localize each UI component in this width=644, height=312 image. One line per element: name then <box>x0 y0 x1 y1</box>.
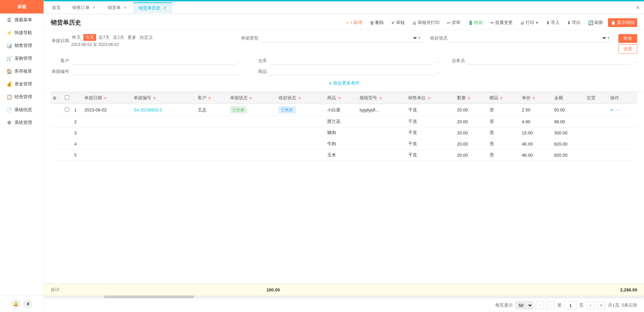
doc-no-input[interactable] <box>71 68 242 75</box>
audit-print-button[interactable]: 🖨 审核并打印 <box>410 18 442 27</box>
collect-button[interactable]: 💲 收款 <box>465 18 486 27</box>
row-gift-4: 否 <box>487 150 520 161</box>
horizontal-scrollbar[interactable] <box>44 295 644 298</box>
print-button[interactable]: 🖨 打印 ▼ <box>517 18 541 27</box>
row-gift-1: 否 <box>487 116 520 127</box>
row-checkbox-0[interactable] <box>65 107 69 112</box>
sidebar-item-sys-mgmt[interactable]: ⚙ 系统管理 <box>0 116 44 129</box>
date-tab-1month[interactable]: 近1月 <box>112 34 125 41</box>
th-index <box>72 92 82 104</box>
collapse-filter-button[interactable]: ∧ 收起更多条件 <box>51 79 637 87</box>
tab-sales-order[interactable]: 销售订单 ✕ <box>67 2 102 13</box>
row-date-1 <box>82 116 132 127</box>
th-qty[interactable]: 数量 ⇅ <box>455 92 487 104</box>
row-collect-status-0: 已收款 <box>277 104 325 116</box>
sidebar-item-search-menu[interactable]: ☰ 搜索菜单 <box>0 14 44 26</box>
date-tab-yesterday[interactable]: 昨天 <box>71 34 82 41</box>
abandon-button[interactable]: ↩ 弃审 <box>444 18 463 27</box>
tab-sales-goods[interactable]: 销货单 ✕ <box>102 2 133 13</box>
th-status[interactable]: 单据状态 ⇅ <box>228 92 277 104</box>
new-button[interactable]: + + 新增 <box>343 18 365 27</box>
date-tab-today[interactable]: 今天 <box>83 34 96 41</box>
date-tab-more[interactable]: 更多 <box>127 34 137 41</box>
th-gear[interactable]: ⚙ <box>51 92 63 104</box>
staff-input[interactable] <box>467 57 631 64</box>
tab-sales-order-close[interactable]: ✕ <box>92 5 96 10</box>
export-button[interactable]: ⬇ 导出 <box>564 18 583 27</box>
doc-type-dropdown[interactable] <box>262 35 418 41</box>
scroll-thumb[interactable] <box>104 295 194 298</box>
sidebar-item-quick-nav[interactable]: ⚡ 快捷导航 <box>0 26 44 39</box>
more-action-0[interactable]: ⋯ <box>616 108 620 112</box>
goods-input[interactable] <box>269 68 433 75</box>
staff-more[interactable]: … <box>633 58 637 63</box>
th-collect-status[interactable]: 收款状态 ⇅ <box>277 92 325 104</box>
date-tab-custom[interactable]: 自定义 <box>139 34 154 41</box>
refresh-button[interactable]: 🔄 刷新 <box>585 18 606 27</box>
row-actions-4 <box>608 150 637 161</box>
sort-collect-icon: ⇅ <box>298 96 301 100</box>
goods-filter: 商品 … <box>248 68 439 75</box>
th-customer[interactable]: 客户 ⇅ <box>196 92 228 104</box>
footer-total-qty: 100.00 <box>64 287 570 292</box>
row-unit-4: 千克 <box>406 150 455 161</box>
select-all-checkbox[interactable] <box>65 95 69 100</box>
sidebar-item-inventory[interactable]: 🏠 库存核算 <box>0 65 44 78</box>
th-goods[interactable]: 商品 ⇅ <box>325 92 358 104</box>
next-page-button[interactable]: › <box>586 301 594 309</box>
collect-status-select[interactable]: ▼ <box>450 34 612 42</box>
row-gear-4 <box>51 150 63 161</box>
row-amount-2: 300.00 <box>552 127 585 138</box>
show-detail-button[interactable]: 📋 显示明细 <box>608 18 637 27</box>
customer-more[interactable]: … <box>237 58 242 63</box>
row-spec-2 <box>358 127 406 138</box>
collect-status-dropdown[interactable] <box>451 35 607 41</box>
doc-type-select[interactable]: ▼ <box>260 34 422 42</box>
tab-sales-goods-close[interactable]: ✕ <box>123 5 127 10</box>
collect-icon: 💲 <box>468 20 473 25</box>
th-unit[interactable]: 销售单位 ⇅ <box>406 92 455 104</box>
row-amount-0: 50.00 <box>552 104 585 116</box>
refresh-icon: 🔄 <box>588 20 593 25</box>
th-spec[interactable]: 规格型号 ⇅ <box>358 92 406 104</box>
customer-input[interactable] <box>71 57 235 64</box>
row-actions-0: ✏⋯ <box>608 104 637 116</box>
date-tab-7days[interactable]: 近7天 <box>97 34 111 41</box>
import-button[interactable]: ⬆ 导入 <box>543 18 562 27</box>
footer-label: 合计: <box>51 287 61 293</box>
warehouse-more[interactable]: … <box>435 58 440 63</box>
warehouse-input[interactable] <box>269 57 433 64</box>
delete-button[interactable]: 🗑 删除 <box>367 18 387 27</box>
batch-change-button[interactable]: ✏ 批量变更 <box>488 18 515 27</box>
table-body: 12023-06-02SA-20230602-0王总已生效已收款小白菜tyjyj… <box>51 104 637 161</box>
row-goods-2: 猪肉 <box>325 127 358 138</box>
doc-no-link-0[interactable]: SA-20230602-0 <box>134 108 162 112</box>
tab-sales-history[interactable]: 销货单历史 ✕ <box>133 2 172 13</box>
tab-bar-close-button[interactable]: ✕ <box>634 3 641 12</box>
th-gift[interactable]: 赠品 ⇅ <box>487 92 520 104</box>
query-button[interactable]: 查询 <box>618 34 637 43</box>
th-date[interactable]: 单据日期 ⇅ <box>82 92 132 104</box>
page-size-select[interactable]: 50 100 200 <box>515 301 533 309</box>
sort-customer-icon: ⇅ <box>208 96 211 100</box>
page-number-input[interactable] <box>564 301 577 309</box>
first-page-button[interactable]: « <box>536 301 544 309</box>
sidebar-item-ops[interactable]: 📋 经营管理 <box>0 90 44 103</box>
sidebar-item-finance[interactable]: 💰 资金管理 <box>0 78 44 90</box>
goods-more[interactable]: … <box>435 69 440 74</box>
sidebar-item-basic-info[interactable]: 📄 基础信息 <box>0 103 44 116</box>
th-no[interactable]: 单据编号 ⇅ <box>132 92 196 104</box>
sidebar-item-sales-mgmt[interactable]: 📊 销售管理 <box>0 39 44 52</box>
pause-button[interactable]: ⏸ <box>23 299 33 309</box>
row-collect-status-4 <box>277 150 325 161</box>
prev-page-button[interactable]: ‹ <box>547 301 555 309</box>
settings-button[interactable]: 设置 <box>618 44 637 54</box>
tab-home[interactable]: 首页 <box>47 2 66 13</box>
sidebar-item-purchase-mgmt[interactable]: 🛒 采购管理 <box>0 52 44 65</box>
notification-button[interactable]: 🔔 <box>11 299 21 309</box>
tab-sales-history-close[interactable]: ✕ <box>163 5 167 11</box>
audit-button[interactable]: ✔ 审核 <box>389 18 408 27</box>
th-price[interactable]: 单价 ⇅ <box>520 92 552 104</box>
edit-action-0[interactable]: ✏ <box>610 108 614 112</box>
last-page-button[interactable]: » <box>597 301 605 309</box>
